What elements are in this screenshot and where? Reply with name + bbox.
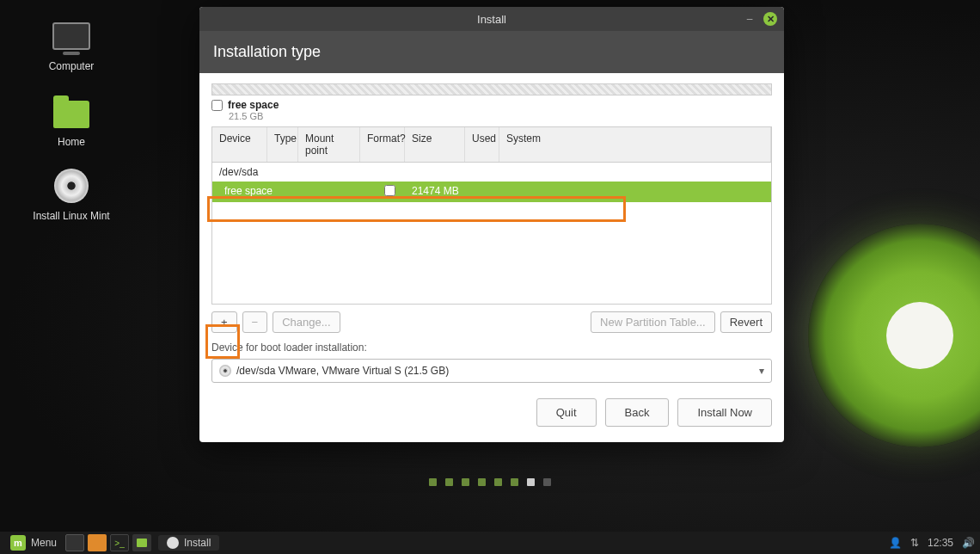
- desktop-icon-install[interactable]: Install Linux Mint: [33, 165, 110, 222]
- partition-toolbar: + − Change... New Partition Table... Rev…: [211, 311, 772, 333]
- home-folder-icon: [51, 91, 92, 132]
- col-used[interactable]: Used: [465, 127, 499, 162]
- install-disc-icon: [51, 165, 92, 206]
- disk-summary[interactable]: free space: [211, 99, 772, 111]
- back-button[interactable]: Back: [605, 398, 670, 427]
- change-partition-button[interactable]: Change...: [273, 311, 340, 333]
- show-desktop-button[interactable]: [65, 534, 84, 551]
- cell-system: [506, 185, 764, 199]
- user-icon[interactable]: 👤: [889, 537, 902, 549]
- disk-summary-label: free space: [228, 99, 279, 111]
- network-icon[interactable]: ⇅: [910, 537, 919, 549]
- cell-size: 21474 MB: [412, 185, 472, 199]
- progress-steps: [429, 478, 551, 486]
- window-title: Install: [477, 13, 506, 26]
- col-mount[interactable]: Mount point: [298, 127, 360, 162]
- desktop-icon-home[interactable]: Home: [33, 91, 110, 148]
- app-icon: [167, 537, 179, 549]
- desktop-icon-label: Computer: [33, 60, 110, 72]
- chevron-down-icon: ▾: [759, 365, 764, 377]
- col-size[interactable]: Size: [405, 127, 465, 162]
- desktop-icon-label: Install Linux Mint: [33, 210, 110, 222]
- taskbar-item-install[interactable]: Install: [158, 535, 219, 551]
- computer-icon: [51, 15, 92, 57]
- table-row-device[interactable]: /dev/sda: [212, 163, 771, 182]
- menu-button[interactable]: m Menu: [5, 535, 62, 551]
- terminal-launcher[interactable]: >_: [110, 534, 129, 551]
- boot-loader-label: Device for boot loader installation:: [211, 342, 772, 354]
- close-button[interactable]: ✕: [763, 12, 777, 26]
- cell-device: free space: [219, 185, 274, 199]
- col-type[interactable]: Type: [267, 127, 298, 162]
- add-partition-button[interactable]: +: [211, 311, 237, 333]
- menu-label: Menu: [31, 537, 57, 549]
- partition-table-header: Device Type Mount point Format? Size Use…: [212, 127, 771, 163]
- table-row-free-space[interactable]: free space 21474 MB: [212, 182, 771, 202]
- taskbar: m Menu >_ Install 👤 ⇅ 12:35 🔊: [0, 532, 980, 554]
- quit-button[interactable]: Quit: [536, 398, 597, 427]
- installer-window: Install – ✕ Installation type free space…: [199, 7, 784, 442]
- col-device[interactable]: Device: [212, 127, 267, 162]
- desktop-icon-computer[interactable]: Computer: [33, 15, 110, 72]
- cell-type: [274, 185, 305, 199]
- col-format[interactable]: Format?: [360, 127, 405, 162]
- page-title: Installation type: [199, 31, 784, 73]
- firefox-launcher[interactable]: [88, 534, 107, 551]
- volume-icon[interactable]: 🔊: [962, 537, 975, 549]
- disk-icon: [219, 365, 231, 377]
- cell-format: [367, 185, 412, 199]
- format-checkbox[interactable]: [384, 185, 395, 196]
- taskbar-item-label: Install: [184, 537, 211, 549]
- boot-loader-value: /dev/sda VMware, VMware Virtual S (21.5 …: [236, 365, 449, 377]
- clock[interactable]: 12:35: [928, 537, 953, 549]
- disk-summary-checkbox[interactable]: [211, 100, 223, 111]
- mint-logo-icon: m: [10, 535, 26, 551]
- window-titlebar[interactable]: Install – ✕: [199, 7, 784, 31]
- minimize-button[interactable]: –: [743, 12, 756, 26]
- remove-partition-button[interactable]: −: [242, 311, 268, 333]
- col-system[interactable]: System: [499, 127, 771, 162]
- wallpaper-mint-logo: [808, 224, 980, 447]
- system-tray: 👤 ⇅ 12:35 🔊: [889, 537, 975, 549]
- new-partition-table-button[interactable]: New Partition Table...: [591, 311, 715, 333]
- cell-mount: [305, 185, 367, 199]
- disk-usage-bar: [211, 83, 772, 95]
- install-now-button[interactable]: Install Now: [677, 398, 772, 427]
- cell-used: [472, 185, 506, 199]
- boot-loader-select[interactable]: /dev/sda VMware, VMware Virtual S (21.5 …: [211, 359, 772, 383]
- partition-table: Device Type Mount point Format? Size Use…: [211, 126, 772, 305]
- nav-buttons: Quit Back Install Now: [211, 398, 772, 427]
- revert-button[interactable]: Revert: [720, 311, 772, 333]
- desktop-icon-label: Home: [33, 136, 110, 148]
- disk-summary-size: 21.5 GB: [229, 111, 772, 121]
- files-launcher[interactable]: [132, 534, 151, 551]
